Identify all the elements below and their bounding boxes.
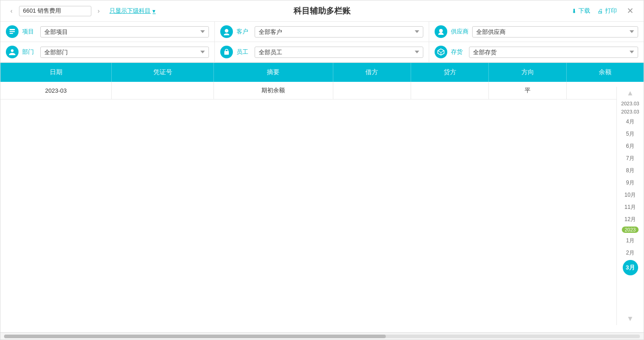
top-bar: ‹ › 只显示下级科目 ▾ 科目辅助多栏账 ⬇ 下载 🖨 打印 ✕ bbox=[0, 0, 644, 22]
show-sub-label: 只显示下级科目 bbox=[109, 7, 151, 15]
department-select[interactable]: 全部部门 bbox=[40, 47, 209, 58]
print-icon: 🖨 bbox=[597, 8, 603, 14]
download-btn[interactable]: ⬇ 下载 bbox=[572, 7, 590, 15]
project-icon bbox=[6, 25, 19, 38]
table-header-row: 日期 凭证号 摘要 借方 贷方 方向 余额 bbox=[0, 63, 644, 82]
timeline-item-1-month[interactable]: 1月 bbox=[617, 235, 644, 247]
next-account-btn[interactable]: › bbox=[95, 6, 103, 15]
timeline-item-8[interactable]: 8月 bbox=[617, 165, 644, 177]
active-month-badge: 3月 bbox=[623, 260, 638, 275]
bottom-scrollbar-bar bbox=[0, 332, 644, 340]
col-date: 日期 bbox=[0, 63, 112, 82]
filter-cell-employee: 员工 全部员工 bbox=[215, 42, 429, 62]
cell-direction: 平 bbox=[489, 82, 567, 99]
print-btn[interactable]: 🖨 打印 bbox=[597, 7, 617, 15]
col-debit: 借方 bbox=[333, 63, 411, 82]
timeline-item-2023-03-first[interactable]: 2023.03 bbox=[617, 99, 644, 108]
ledger-table: 日期 凭证号 摘要 借方 贷方 方向 余额 2023-03 期初余额 bbox=[0, 63, 644, 99]
top-actions: ⬇ 下载 🖨 打印 ✕ bbox=[572, 5, 636, 17]
cell-debit bbox=[333, 82, 411, 99]
cell-summary: 期初余额 bbox=[213, 82, 333, 99]
timeline-item-3-month-active[interactable]: 3月 bbox=[617, 259, 644, 276]
account-code-box bbox=[19, 6, 91, 16]
supplier-label: 供应商 bbox=[451, 28, 469, 36]
main-window: ‹ › 只显示下级科目 ▾ 科目辅助多栏账 ⬇ 下载 🖨 打印 ✕ bbox=[0, 0, 644, 340]
page-title: 科目辅助多栏账 bbox=[294, 5, 350, 16]
scrollbar-thumb[interactable] bbox=[4, 335, 386, 338]
account-code-input[interactable] bbox=[19, 6, 91, 16]
filter-cell-project: 项目 全部项目 bbox=[0, 22, 215, 42]
show-sub-accounts-btn[interactable]: 只显示下级科目 ▾ bbox=[109, 7, 156, 15]
supplier-icon bbox=[435, 25, 447, 38]
customer-select[interactable]: 全部客户 bbox=[255, 26, 423, 38]
download-icon: ⬇ bbox=[572, 8, 577, 14]
table-wrapper[interactable]: 日期 凭证号 摘要 借方 贷方 方向 余额 2023-03 期初余额 bbox=[0, 63, 644, 332]
filter-cell-supplier: 供应商 全部供应商 bbox=[429, 22, 644, 42]
horizontal-scrollbar[interactable] bbox=[4, 335, 640, 338]
filter-cell-inventory: 存货 全部存货 bbox=[429, 42, 644, 62]
project-select[interactable]: 全部项目 bbox=[40, 26, 209, 38]
filter-cell-department: 部门 全部部门 bbox=[0, 42, 215, 62]
svg-point-4 bbox=[11, 49, 14, 52]
svg-rect-0 bbox=[9, 29, 15, 30]
timeline-item-12[interactable]: 12月 bbox=[617, 213, 644, 226]
col-balance: 余额 bbox=[567, 63, 644, 82]
timeline-scroll-down-btn[interactable]: ▼ bbox=[617, 312, 644, 325]
employee-label: 员工 bbox=[237, 48, 251, 56]
chevron-down-icon: ▾ bbox=[152, 8, 156, 14]
cell-voucher bbox=[112, 82, 214, 99]
department-icon bbox=[6, 46, 19, 58]
year-badge-2023: 2023 bbox=[622, 227, 638, 233]
table-row: 2023-03 期初余额 平 bbox=[0, 82, 644, 99]
prev-account-btn[interactable]: ‹ bbox=[8, 6, 15, 15]
employee-select[interactable]: 全部员工 bbox=[255, 47, 423, 58]
inventory-select[interactable]: 全部存货 bbox=[469, 47, 638, 58]
svg-rect-5 bbox=[224, 51, 229, 55]
timeline-scroll-up-btn[interactable]: ▲ bbox=[617, 87, 644, 99]
filter-cell-customer: 客户 全部客户 bbox=[215, 22, 429, 42]
department-label: 部门 bbox=[22, 48, 37, 56]
main-area: 日期 凭证号 摘要 借方 贷方 方向 余额 2023-03 期初余额 bbox=[0, 63, 644, 332]
cell-date: 2023-03 bbox=[0, 82, 112, 99]
project-label: 项目 bbox=[22, 28, 37, 36]
inventory-label: 存货 bbox=[451, 48, 465, 56]
timeline-item-11[interactable]: 11月 bbox=[617, 201, 644, 213]
timeline-item-4[interactable]: 4月 bbox=[617, 116, 644, 128]
close-btn[interactable]: ✕ bbox=[624, 5, 636, 17]
chevron-up-icon: ▲ bbox=[627, 89, 634, 97]
download-label: 下载 bbox=[578, 7, 590, 15]
chevron-down-icon-sidebar: ▼ bbox=[627, 315, 634, 323]
svg-rect-1 bbox=[9, 31, 15, 32]
print-label: 打印 bbox=[605, 7, 617, 15]
filter-area: 项目 全部项目 客户 全部客户 供应商 全部供应商 bbox=[0, 22, 644, 63]
timeline-item-2023-03-second[interactable]: 2023.03 bbox=[617, 108, 644, 116]
timeline-item-6[interactable]: 6月 bbox=[617, 140, 644, 152]
supplier-select[interactable]: 全部供应商 bbox=[472, 26, 638, 38]
timeline-item-2-month[interactable]: 2月 bbox=[617, 247, 644, 259]
col-summary: 摘要 bbox=[213, 63, 333, 82]
timeline-item-7[interactable]: 7月 bbox=[617, 152, 644, 165]
timeline-item-5[interactable]: 5月 bbox=[617, 128, 644, 140]
inventory-icon bbox=[435, 46, 447, 58]
cell-credit bbox=[411, 82, 488, 99]
timeline-sidebar: ▲ 2023.03 2023.03 4月 5月 6月 7月 8月 bbox=[616, 87, 644, 325]
customer-icon bbox=[220, 25, 233, 38]
col-direction: 方向 bbox=[489, 63, 567, 82]
col-voucher: 凭证号 bbox=[112, 63, 214, 82]
employee-icon bbox=[220, 46, 233, 58]
svg-rect-2 bbox=[9, 33, 13, 34]
col-credit: 贷方 bbox=[411, 63, 488, 82]
timeline-item-9[interactable]: 9月 bbox=[617, 177, 644, 189]
timeline-item-10[interactable]: 10月 bbox=[617, 189, 644, 201]
customer-label: 客户 bbox=[237, 28, 251, 36]
svg-point-3 bbox=[439, 29, 443, 33]
timeline-year-2023[interactable]: 2023 bbox=[617, 226, 644, 235]
